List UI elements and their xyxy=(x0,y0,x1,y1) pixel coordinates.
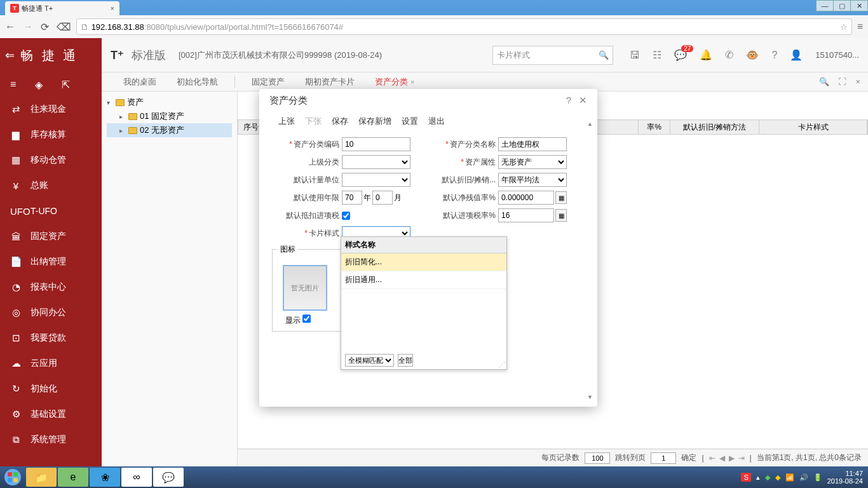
start-button[interactable] xyxy=(0,466,25,488)
expand-icon[interactable]: ▸ xyxy=(119,127,126,134)
tab-expand-icon[interactable]: ⛶ xyxy=(838,77,846,86)
tab-search-icon[interactable]: 🔍 xyxy=(819,77,829,86)
taskbar-wechat[interactable]: 💬 xyxy=(153,468,184,487)
message-icon[interactable]: 💬 xyxy=(674,49,687,61)
tray-arrow-icon[interactable]: ▴ xyxy=(756,473,760,482)
tray-icon-s[interactable]: S xyxy=(741,473,750,482)
prev-button[interactable]: 上张 xyxy=(278,116,295,127)
save-new-button[interactable]: 保存新增 xyxy=(358,116,391,127)
unit-select[interactable] xyxy=(342,173,410,187)
user-icon[interactable]: 👤 xyxy=(790,49,803,61)
tab-close-all-icon[interactable]: × xyxy=(855,77,860,86)
forward-icon[interactable]: → xyxy=(23,21,33,33)
calculator-icon[interactable]: ▦ xyxy=(555,191,567,204)
calculator-icon[interactable]: ▦ xyxy=(555,209,567,222)
browser-tab[interactable]: T 畅捷通 T+ × xyxy=(5,1,119,15)
tab-assets[interactable]: 固定资产 xyxy=(248,76,288,88)
dep-method-select[interactable]: 年限平均法 xyxy=(498,173,567,187)
tray-icon[interactable]: ◆ xyxy=(765,473,770,482)
phone-icon[interactable]: ✆ xyxy=(725,49,733,61)
taskbar-ie[interactable]: e xyxy=(58,468,88,487)
tax-input[interactable] xyxy=(498,208,554,222)
header-search[interactable]: 卡片样式 🔍 xyxy=(492,46,613,65)
sidebar-item-5[interactable]: 🏛固定资产 xyxy=(0,224,102,249)
tray-network-icon[interactable]: 📶 xyxy=(785,473,794,482)
tree-node-02[interactable]: ▸ 02 无形资产 xyxy=(107,123,232,137)
years-y-input[interactable] xyxy=(342,191,362,205)
help-icon[interactable]: ? xyxy=(771,50,777,61)
sidebar-item-13[interactable]: ⧉系统管理 xyxy=(0,427,102,452)
collapse-icon[interactable]: ▾ xyxy=(107,99,113,106)
home-icon[interactable]: ⌫ xyxy=(57,21,71,33)
attr-select[interactable]: 无形资产 xyxy=(498,155,567,169)
taskbar-app2[interactable]: ∞ xyxy=(121,468,152,487)
tab-init[interactable]: 初始化导航 xyxy=(173,76,222,88)
tree-root[interactable]: ▾ 资产 xyxy=(107,95,232,109)
tree-node-01[interactable]: ▸ 01 固定资产 xyxy=(107,109,232,123)
close-icon[interactable]: × xyxy=(410,78,414,86)
tray-icon[interactable]: ◆ xyxy=(775,473,780,482)
expand-icon[interactable]: ▸ xyxy=(119,113,126,120)
tab-close-icon[interactable]: × xyxy=(111,4,114,12)
sidebar-item-1[interactable]: ▆库存核算 xyxy=(0,122,102,147)
modal-scrollbar[interactable] xyxy=(586,121,595,400)
goto-input[interactable] xyxy=(651,452,676,464)
minimize-window[interactable]: — xyxy=(816,0,834,11)
all-button[interactable]: 全部 xyxy=(398,354,413,367)
save-button[interactable]: 保存 xyxy=(332,116,348,127)
list-icon[interactable]: ☷ xyxy=(653,49,661,61)
settings-button[interactable]: 设置 xyxy=(402,116,418,127)
sidebar-item-12[interactable]: ⚙基础设置 xyxy=(0,402,102,427)
sidebar-item-4[interactable]: UFOT-UFO xyxy=(0,198,102,224)
dropdown-row-1[interactable]: 折旧通用... xyxy=(341,271,506,289)
reload-icon[interactable]: ⟳ xyxy=(41,21,49,33)
years-m-input[interactable] xyxy=(372,191,393,205)
taskbar-app1[interactable]: ❀ xyxy=(90,468,120,487)
match-mode-select[interactable]: 全模糊匹配 xyxy=(345,354,394,367)
url-box[interactable]: 🗋 192.168.31.88 :8080/tplus/view/portal/… xyxy=(76,18,852,35)
bell-icon[interactable]: 🔔 xyxy=(700,49,712,61)
tab-desktop[interactable]: 我的桌面 xyxy=(119,76,160,88)
monkey-icon[interactable]: 🐵 xyxy=(746,49,759,61)
name-input[interactable] xyxy=(498,137,567,151)
resize-handle-icon[interactable]: ⋰ xyxy=(499,361,505,368)
sidebar-back-icon[interactable]: ⇐ xyxy=(5,48,17,62)
sidebar-item-8[interactable]: ◎协同办公 xyxy=(0,300,102,325)
sidebar-item-2[interactable]: ▦移动仓管 xyxy=(0,147,102,173)
dropdown-row-0[interactable]: 折旧简化... xyxy=(341,254,506,271)
confirm-button[interactable]: 确定 xyxy=(681,452,696,463)
residual-input[interactable] xyxy=(498,191,554,205)
tab-initial-cards[interactable]: 期初资产卡片 xyxy=(301,76,358,88)
code-input[interactable] xyxy=(342,137,410,151)
menu-icon[interactable]: ≡ xyxy=(857,21,863,32)
sidebar-mini-icon[interactable]: ≡ xyxy=(10,79,16,90)
next-page-icon[interactable]: ▶ xyxy=(729,454,735,463)
deduct-checkbox[interactable] xyxy=(342,212,350,220)
exit-button[interactable]: 退出 xyxy=(428,116,445,127)
tray-battery-icon[interactable]: 🔋 xyxy=(813,473,822,482)
image-placeholder[interactable]: 暂无图片 xyxy=(283,265,327,311)
sidebar-item-11[interactable]: ↻初始化 xyxy=(0,376,102,402)
last-page-icon[interactable]: ⇥ xyxy=(738,454,745,463)
sidebar-item-6[interactable]: 📄出纳管理 xyxy=(0,249,102,274)
sidebar-item-0[interactable]: ⇄往来现金 xyxy=(0,97,102,122)
tray-volume-icon[interactable]: 🔊 xyxy=(799,473,808,482)
parent-select[interactable] xyxy=(342,155,410,169)
per-page-input[interactable] xyxy=(585,452,610,464)
sidebar-mini-icon2[interactable]: ◈ xyxy=(35,79,43,91)
taskbar-explorer[interactable]: 📁 xyxy=(26,468,57,487)
sidebar-item-3[interactable]: ¥总账 xyxy=(0,173,102,198)
show-checkbox[interactable] xyxy=(302,315,311,323)
sidebar-mini-icon3[interactable]: ⇱ xyxy=(62,79,70,91)
prev-page-icon[interactable]: ◀ xyxy=(719,454,725,463)
search-icon[interactable]: 🔍 xyxy=(599,50,609,60)
maximize-window[interactable]: ▢ xyxy=(833,0,851,11)
close-icon[interactable]: ✕ xyxy=(579,95,587,106)
close-window[interactable]: ✕ xyxy=(850,0,868,11)
sidebar-item-7[interactable]: ◔报表中心 xyxy=(0,274,102,300)
first-page-icon[interactable]: ⇤ xyxy=(709,454,715,463)
save-icon[interactable]: 🖫 xyxy=(630,50,640,61)
sidebar-item-9[interactable]: ⊡我要贷款 xyxy=(0,325,102,351)
sidebar-item-10[interactable]: ☁云应用 xyxy=(0,351,102,376)
help-icon[interactable]: ? xyxy=(566,95,571,106)
